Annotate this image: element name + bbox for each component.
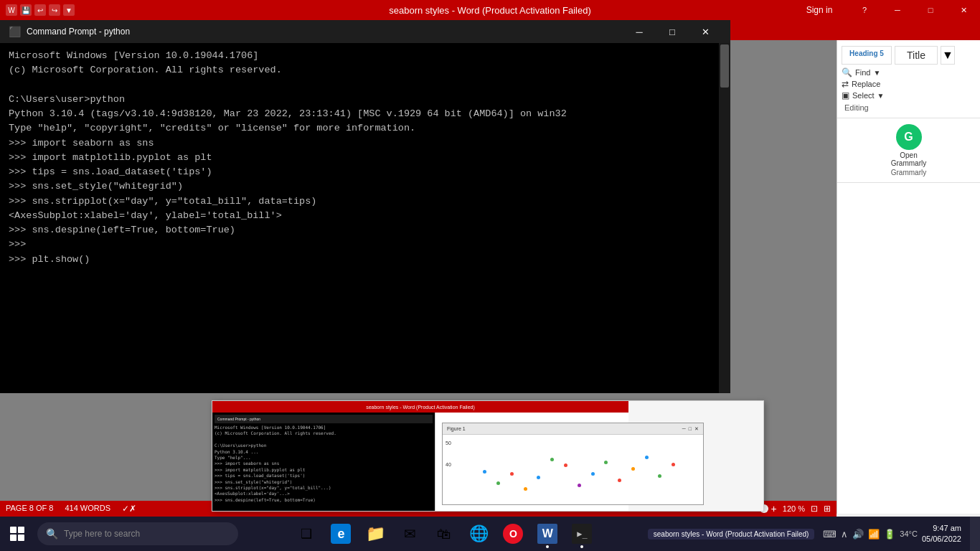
cmd-content[interactable]: Microsoft Windows [Version 10.0.19044.17… bbox=[0, 43, 730, 393]
save-icon[interactable]: 💾 bbox=[20, 4, 32, 16]
grammarly-icon[interactable]: G bbox=[896, 124, 922, 150]
word-maximize[interactable]: □ bbox=[914, 0, 947, 20]
chrome-icon: 🌐 bbox=[468, 524, 489, 544]
store-icon: 🛍 bbox=[434, 524, 454, 544]
cmd-line: C:\Users\user>python bbox=[9, 93, 722, 107]
word-icon: W bbox=[6, 4, 17, 16]
cmd-close[interactable]: ✕ bbox=[689, 20, 722, 43]
select-btn[interactable]: ▣ Select ▼ bbox=[842, 90, 976, 100]
mini-cmd-area: Command Prompt - python Microsoft Window… bbox=[212, 413, 435, 511]
active-window-btn[interactable]: seaborn styles - Word (Product Activatio… bbox=[648, 529, 815, 540]
zoom-level: 120 % bbox=[783, 504, 805, 513]
find-icon: 🔍 bbox=[842, 67, 852, 77]
cmd-line: >>> import seaborn as sns bbox=[9, 136, 722, 151]
styles-expand-btn[interactable]: ▼ bbox=[941, 46, 955, 65]
select-icon: ▣ bbox=[842, 90, 849, 100]
figure-close[interactable]: ✕ bbox=[694, 426, 699, 432]
title-label: Title bbox=[901, 50, 931, 61]
opera-btn[interactable]: O bbox=[497, 518, 529, 550]
redo-icon[interactable]: ↪ bbox=[49, 4, 60, 16]
y-label-40: 40 bbox=[446, 462, 451, 467]
word-btn[interactable]: W bbox=[532, 518, 563, 550]
taskview-btn[interactable]: ❑ bbox=[291, 518, 322, 550]
replace-btn[interactable]: ⇄ Replace bbox=[842, 79, 976, 89]
figure-maximize[interactable]: □ bbox=[689, 426, 692, 432]
store-btn[interactable]: 🛍 bbox=[428, 518, 460, 550]
taskview-icon: ❑ bbox=[296, 524, 316, 544]
editing-label: Editing bbox=[842, 103, 976, 112]
cmd-scrollbar[interactable] bbox=[719, 43, 730, 393]
mini-word-content: Command Prompt - python Microsoft Window… bbox=[212, 413, 628, 511]
layout-print-icon[interactable]: ⊡ bbox=[811, 504, 818, 514]
mail-btn[interactable]: ✉ bbox=[394, 518, 425, 550]
zoom-in-btn[interactable]: + bbox=[771, 503, 777, 514]
customize-icon[interactable]: ▼ bbox=[63, 4, 75, 16]
file-explorer-btn[interactable]: 📁 bbox=[359, 518, 391, 550]
show-desktop[interactable] bbox=[970, 517, 980, 551]
date: 05/06/2022 bbox=[922, 534, 961, 545]
title-style-btn[interactable]: Title bbox=[895, 46, 938, 65]
cmd-window-controls: ─ □ ✕ bbox=[623, 20, 722, 43]
chrome-btn[interactable]: 🌐 bbox=[463, 518, 494, 550]
cmd-line: Python 3.10.4 (tags/v3.10.4:9d38120, Mar… bbox=[9, 107, 722, 121]
mini-figure-titlebar: Figure 1 ─ □ ✕ bbox=[443, 423, 703, 435]
mini-cmd-line: <AxesSubplot:xlabel='day'...> bbox=[215, 491, 433, 496]
windows-logo bbox=[10, 527, 24, 541]
grammarly-label[interactable]: OpenGrammarly bbox=[891, 151, 926, 167]
cmd-taskbar-icon: ▶_ bbox=[572, 524, 592, 544]
mini-chart-area: 50 40 bbox=[443, 435, 703, 504]
cmd-maximize[interactable]: □ bbox=[656, 20, 689, 43]
start-button[interactable] bbox=[0, 517, 34, 551]
cmd-btn[interactable]: ▶_ bbox=[566, 518, 598, 550]
word-window-controls: Sign in ? ─ □ ✕ bbox=[791, 0, 980, 20]
wifi-icon[interactable]: 📶 bbox=[868, 529, 880, 540]
cmd-line: >>> sns.despine(left=True, bottom=True) bbox=[9, 223, 722, 237]
proofing-icon[interactable]: ✓✗ bbox=[122, 504, 136, 514]
cmd-line: >>> bbox=[9, 237, 722, 252]
word-help-icon[interactable]: ? bbox=[848, 0, 881, 20]
scatter-dot bbox=[496, 481, 500, 485]
scatter-dot bbox=[550, 458, 554, 461]
replace-icon: ⇄ bbox=[842, 79, 849, 89]
word-close[interactable]: ✕ bbox=[947, 0, 980, 20]
mini-cmd-line: >>> sns.set_style("whitegrid") bbox=[215, 479, 433, 485]
mini-figure-window: Figure 1 ─ □ ✕ 50 40 bbox=[442, 423, 704, 505]
battery-icon[interactable]: 🔋 bbox=[884, 529, 895, 540]
find-btn[interactable]: 🔍 Find ▼ bbox=[842, 67, 976, 77]
keyboard-icon[interactable]: ⌨ bbox=[823, 529, 837, 540]
layout-web-icon[interactable]: ⊞ bbox=[824, 504, 831, 514]
cmd-minimize[interactable]: ─ bbox=[623, 20, 656, 43]
figure-minimize[interactable]: ─ bbox=[682, 426, 686, 432]
heading5-style-btn[interactable]: Heading 5 bbox=[842, 46, 892, 65]
cmd-line: >>> tips = sns.load_dataset('tips') bbox=[9, 165, 722, 179]
up-arrow-icon[interactable]: ∧ bbox=[841, 529, 848, 540]
edge-btn[interactable]: e bbox=[325, 518, 357, 550]
page-count: PAGE 8 OF 8 bbox=[6, 504, 53, 514]
word-signin[interactable]: Sign in bbox=[791, 0, 848, 20]
mini-preview-container[interactable]: seaborn styles - Word (Product Activatio… bbox=[212, 400, 764, 512]
word-taskbar-icon: W bbox=[537, 524, 557, 544]
cmd-line: >>> import matplotlib.pyplot as plt bbox=[9, 151, 722, 165]
statusbar-left: PAGE 8 OF 8 414 WORDS ✓✗ bbox=[6, 504, 136, 514]
cmd-line: (c) Microsoft Corporation. All rights re… bbox=[9, 63, 722, 77]
taskbar-search[interactable]: 🔍 Type here to search bbox=[37, 522, 238, 545]
undo-icon[interactable]: ↩ bbox=[34, 4, 46, 16]
mini-word-window: seaborn styles - Word (Product Activatio… bbox=[212, 401, 628, 511]
clock[interactable]: 9:47 am 05/06/2022 bbox=[922, 523, 961, 545]
heading5-label: Heading 5 bbox=[848, 50, 885, 57]
speaker-icon[interactable]: 🔊 bbox=[852, 529, 864, 540]
mini-word-title: seaborn styles - Word (Product Activatio… bbox=[366, 405, 475, 410]
cmd-titlebar: ⬛ Command Prompt - python ─ □ ✕ bbox=[0, 20, 730, 43]
word-minimize[interactable]: ─ bbox=[881, 0, 914, 20]
active-window-title: seaborn styles - Word (Product Activatio… bbox=[654, 530, 809, 538]
cmd-line: Type "help", "copyright", "credits" or "… bbox=[9, 121, 722, 136]
mini-cmd-line: Python 3.10.4 ... bbox=[215, 449, 433, 455]
mini-cmd-line bbox=[215, 437, 433, 443]
mini-cmd-line: >>> import seaborn as sns bbox=[215, 461, 433, 466]
mini-cmd-content: Microsoft Windows [Version 10.0.19044.17… bbox=[215, 425, 433, 503]
cmd-line: >>> sns.set_style("whitegrid") bbox=[9, 179, 722, 194]
scatter-dot bbox=[645, 456, 649, 459]
scatter-dot bbox=[658, 474, 661, 478]
mini-cmd-line: >>> import matplotlib.pyplot as plt bbox=[215, 467, 433, 473]
mini-cmd-title: Command Prompt - python bbox=[217, 417, 260, 421]
